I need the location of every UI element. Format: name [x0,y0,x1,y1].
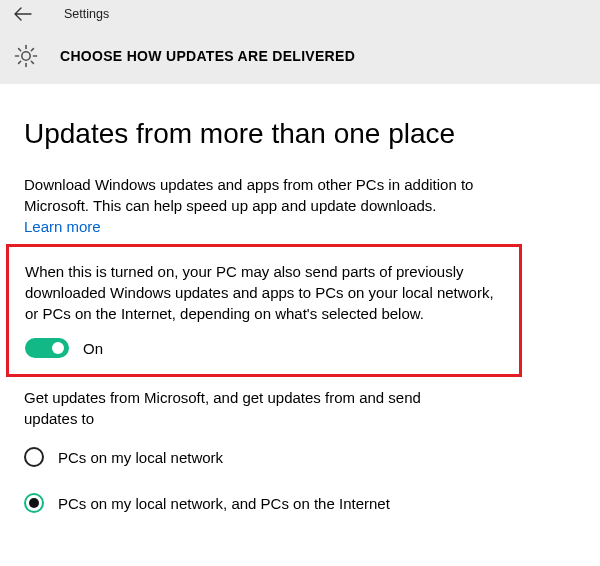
subtext: Get updates from Microsoft, and get upda… [24,387,464,429]
highlight-box: When this is turned on, your PC may also… [6,244,522,377]
radio-icon [24,493,44,513]
arrow-left-icon [14,7,32,21]
learn-more-link[interactable]: Learn more [24,218,101,235]
svg-point-0 [22,52,30,60]
header-sub: CHOOSE HOW UPDATES ARE DELIVERED [0,24,600,70]
section-title: CHOOSE HOW UPDATES ARE DELIVERED [40,48,355,64]
svg-line-6 [31,61,33,63]
svg-line-8 [31,49,33,51]
svg-line-7 [19,61,21,63]
highlight-text: When this is turned on, your PC may also… [25,261,503,324]
radio-option-local[interactable]: PCs on my local network [24,447,576,467]
header-bar: Settings CH [0,0,600,84]
svg-line-5 [19,49,21,51]
header-top: Settings [0,0,600,24]
gear-icon [12,42,40,70]
toggle-label: On [83,340,103,357]
toggle-knob [52,342,64,354]
page-title: Updates from more than one place [24,118,576,150]
app-title: Settings [46,7,109,21]
radio-icon [24,447,44,467]
content-area: Updates from more than one place Downloa… [0,84,600,513]
feature-toggle[interactable] [25,338,69,358]
back-button[interactable] [0,7,46,21]
radio-option-internet[interactable]: PCs on my local network, and PCs on the … [24,493,576,513]
intro-text: Download Windows updates and apps from o… [24,174,494,216]
radio-label: PCs on my local network [58,449,223,466]
radio-label: PCs on my local network, and PCs on the … [58,495,390,512]
toggle-row: On [25,338,503,358]
